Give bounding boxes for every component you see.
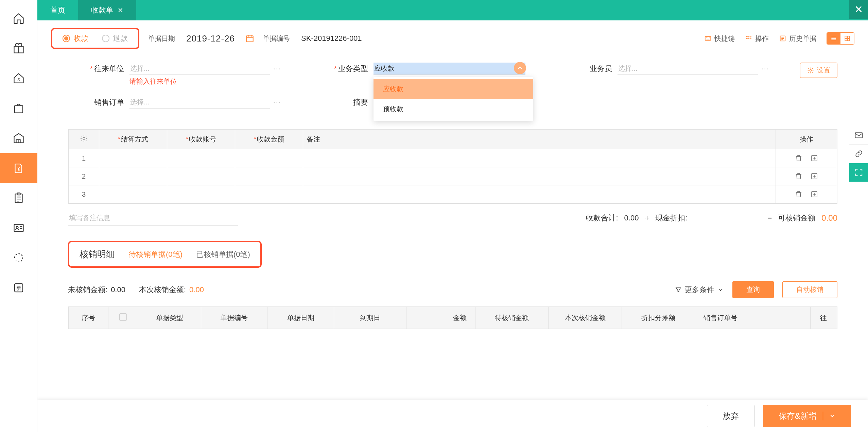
unhx-label: 未核销金额: xyxy=(68,285,107,295)
option-prepaid[interactable]: 预收款 xyxy=(374,99,533,119)
document-remark-input[interactable] xyxy=(68,211,238,226)
more-icon[interactable]: ··· xyxy=(761,64,769,73)
svg-rect-20 xyxy=(848,36,850,38)
svg-point-16 xyxy=(748,38,749,39)
right-tools xyxy=(849,126,868,182)
window-close-icon[interactable]: ✕ xyxy=(849,0,868,19)
settings-button[interactable]: 设置 xyxy=(800,63,837,78)
col-account: *收款账号 xyxy=(167,130,235,149)
customer-input[interactable] xyxy=(129,63,270,75)
settings-button-wrap: 设置 xyxy=(800,63,837,78)
business-type-dropdown: 应收款 预收款 xyxy=(374,77,533,121)
col-alloc-discount: 折扣分摊额 xyxy=(622,307,695,329)
sidebar-warehouse-icon[interactable] xyxy=(0,123,37,153)
verification-title: 核销明细 xyxy=(80,248,115,260)
gear-icon[interactable] xyxy=(69,130,99,149)
business-type-input[interactable] xyxy=(374,63,525,75)
doc-date-label: 单据日期 xyxy=(148,34,175,43)
radio-refund[interactable]: 退款 xyxy=(102,33,128,44)
col-due-date: 到期日 xyxy=(334,307,406,329)
col-remark: 备注 xyxy=(303,130,776,149)
doc-date-value[interactable]: 2019-12-26 xyxy=(186,33,235,44)
col-sales-order-no: 销售订单号 xyxy=(695,307,810,329)
delete-icon[interactable] xyxy=(795,190,803,198)
view-list-icon[interactable] xyxy=(827,33,840,44)
chevron-up-icon[interactable] xyxy=(514,62,526,74)
delete-icon[interactable] xyxy=(795,154,803,162)
table-row[interactable]: 3 xyxy=(69,185,837,203)
cash-discount-input[interactable] xyxy=(693,212,761,224)
sidebar-new-icon[interactable]: 新 xyxy=(0,273,37,303)
footer-bar: 放弃 保存&新增 xyxy=(37,400,868,432)
col-doc-type: 单据类型 xyxy=(138,307,201,329)
col-extra: 往 xyxy=(810,307,837,329)
sidebar-clipboard-icon[interactable] xyxy=(0,183,37,213)
col-amount: *收款金额 xyxy=(235,130,303,149)
more-icon[interactable]: ··· xyxy=(273,98,281,107)
tab-done-verif[interactable]: 已核销单据(0笔) xyxy=(196,249,250,260)
sales-order-input[interactable] xyxy=(129,96,270,109)
more-icon[interactable]: ··· xyxy=(273,64,281,73)
svg-rect-11 xyxy=(705,37,711,40)
radio-dot-icon xyxy=(63,35,70,42)
radio-receive[interactable]: 收款 xyxy=(63,33,88,44)
view-grid-icon[interactable] xyxy=(840,33,854,44)
filter-icon xyxy=(675,286,682,293)
svg-rect-22 xyxy=(848,39,850,41)
svg-rect-2 xyxy=(15,106,23,113)
equals-sign: = xyxy=(767,214,772,222)
sidebar-contact-icon[interactable] xyxy=(0,213,37,243)
operate-button[interactable]: 操作 xyxy=(745,34,769,43)
svg-rect-9 xyxy=(855,133,862,138)
shortcut-button[interactable]: 快捷键 xyxy=(704,34,735,43)
sidebar-refresh-icon[interactable] xyxy=(0,243,37,273)
auto-verify-button[interactable]: 自动核销 xyxy=(782,281,837,298)
save-and-new-button[interactable]: 保存&新增 xyxy=(763,405,851,427)
add-row-icon[interactable] xyxy=(810,172,818,180)
doc-no-label: 单据编号 xyxy=(263,34,290,43)
rt-link-icon[interactable] xyxy=(849,145,868,163)
option-receivable[interactable]: 应收款 xyxy=(374,79,533,99)
query-button[interactable]: 查询 xyxy=(732,281,774,298)
header-right-tools: 快捷键 操作 历史单据 xyxy=(704,32,854,45)
col-doc-date: 单据日期 xyxy=(267,307,334,329)
col-settle-method: *结算方式 xyxy=(99,130,167,149)
svg-rect-19 xyxy=(845,36,847,38)
sidebar-gift-icon[interactable] xyxy=(0,33,37,63)
tab-home[interactable]: 首页 xyxy=(37,0,78,20)
tab-current-doc[interactable]: 收款单 ✕ xyxy=(78,0,136,20)
col-action: 操作 xyxy=(776,130,837,149)
calendar-icon[interactable] xyxy=(245,34,254,43)
sidebar-home-icon[interactable] xyxy=(0,3,37,33)
top-header: 首页 收款单 ✕ ✕ xyxy=(0,0,868,20)
tab-pending-verif[interactable]: 待核销单据(0笔) xyxy=(128,249,183,260)
table-row[interactable]: 2 xyxy=(69,167,837,185)
rt-expand-icon[interactable] xyxy=(849,163,868,182)
payment-lines-table: *结算方式 *收款账号 *收款金额 备注 操作 1 2 xyxy=(68,129,837,204)
checkbox-icon[interactable] xyxy=(119,313,127,321)
total-label: 收款合计: xyxy=(586,213,618,223)
sidebar-house-money-icon[interactable]: S xyxy=(0,63,37,93)
verification-table: 序号 单据类型 单据编号 单据日期 到期日 金额 待核销金额 本次核销金额 折扣… xyxy=(68,306,837,329)
svg-point-14 xyxy=(750,36,751,37)
rt-mail-icon[interactable] xyxy=(849,126,868,145)
delete-icon[interactable] xyxy=(795,172,803,180)
add-row-icon[interactable] xyxy=(810,190,818,198)
receive-refund-radio-group: 收款 退款 xyxy=(51,28,139,49)
history-button[interactable]: 历史单据 xyxy=(779,34,816,43)
add-row-icon[interactable] xyxy=(810,154,818,162)
sidebar-bag-icon[interactable] xyxy=(0,93,37,123)
col-checkbox[interactable] xyxy=(108,307,138,329)
sidebar-finance-icon[interactable] xyxy=(0,153,37,183)
svg-rect-10 xyxy=(246,36,253,41)
table-row[interactable]: 1 xyxy=(69,149,837,167)
thishx-label: 本次核销金额: xyxy=(139,285,186,295)
more-conditions-button[interactable]: 更多条件 xyxy=(675,285,724,295)
close-icon[interactable]: ✕ xyxy=(118,7,123,14)
discard-button[interactable]: 放弃 xyxy=(707,405,754,427)
svg-rect-5 xyxy=(14,225,23,232)
svg-text:新: 新 xyxy=(16,286,21,291)
form-area: *往来单位 ··· 请输入往来单位 *业务类型 应收款 预收款 业务员 xyxy=(37,49,868,109)
clerk-input[interactable] xyxy=(618,63,758,75)
col-this-amount: 本次核销金额 xyxy=(549,307,622,329)
